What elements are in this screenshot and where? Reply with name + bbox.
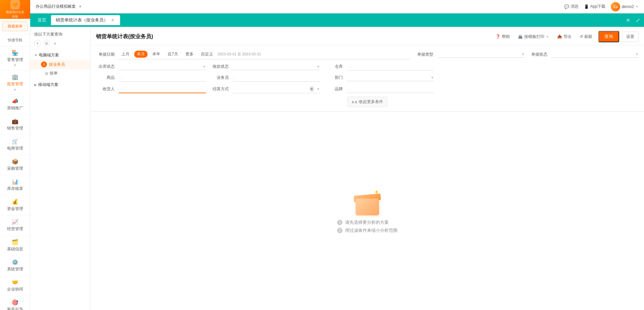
logo-icon: 🧡 bbox=[10, 0, 20, 9]
settings-label: 设置 bbox=[626, 34, 634, 40]
breadcrumb-dropdown-icon[interactable]: ▼ bbox=[78, 5, 82, 8]
search-menu-button[interactable]: 搜索菜单 bbox=[2, 21, 28, 31]
mobile-scheme-section: ▶ 移动端方案 bbox=[30, 79, 90, 91]
sidebar-item-newbie[interactable]: 🎯 新手引导 bbox=[0, 296, 30, 310]
sidebar-item-marketing[interactable]: 📣 营销推广 bbox=[0, 95, 30, 115]
sidebar-item-label-wholesale: 批发管理 bbox=[7, 81, 23, 87]
message-icon: 💬 bbox=[564, 4, 569, 9]
department-control: ▼ bbox=[347, 74, 434, 81]
refresh-button[interactable]: ↺ 刷新 bbox=[578, 33, 594, 41]
date-btn-this-month[interactable]: 本月 bbox=[134, 51, 148, 58]
box-star-icon: ✦ bbox=[374, 189, 379, 196]
messages-label: 消息 bbox=[571, 4, 579, 9]
print-icon: 🖨️ bbox=[518, 34, 523, 39]
date-btn-last-month[interactable]: 上月 bbox=[119, 51, 132, 58]
export-button[interactable]: 📤 导出 bbox=[555, 33, 574, 41]
settlement-dropdown-icon[interactable]: ▼ bbox=[317, 87, 320, 91]
mobile-scheme-parent[interactable]: ▶ 移动端方案 bbox=[30, 80, 90, 89]
help-button[interactable]: ❓ 帮助 bbox=[493, 33, 512, 41]
brand-value: … bbox=[347, 87, 434, 91]
left-panel-header: 按以下方案查询 bbox=[30, 30, 90, 39]
add-scheme-button[interactable]: + bbox=[34, 40, 41, 47]
sidebar-item-retail[interactable]: 🏪 零售管理 ▼ bbox=[0, 46, 30, 70]
out-status-label: 出库状态 bbox=[96, 64, 115, 69]
user-dropdown-icon: ▼ bbox=[635, 5, 639, 8]
desktop-scheme-section: ▼ 电脑端方案 人 按业务员 ⊞ 按单 bbox=[30, 49, 90, 79]
tab-close-icon[interactable]: ✕ bbox=[110, 17, 115, 23]
tab-close-all-icon[interactable]: ✕ bbox=[625, 16, 632, 25]
sidebar-item-wholesale[interactable]: 🏢 批发管理 ▲ bbox=[0, 70, 30, 95]
top-right-area: 💬 消息 📱 App下载 Ea demo2 ▼ bbox=[564, 2, 639, 11]
sidebar-item-inventory[interactable]: 📊 库存核算 bbox=[0, 175, 30, 195]
messages-button[interactable]: 💬 消息 bbox=[564, 4, 579, 9]
empty-state: ✦ 1 请先选择要分析的方案 2 用过滤条件来缩小分析范围 bbox=[91, 112, 644, 310]
settlement-clear-icon[interactable]: ✕ bbox=[310, 86, 314, 92]
left-panel: 按以下方案查询 + ⊙ « ▼ 电脑端方案 人 按业务员 ⊞ 按单 bbox=[30, 27, 91, 310]
receipt-status-dropdown-icon[interactable]: ▼ bbox=[317, 65, 320, 68]
sidebar-item-system[interactable]: ⚙️ 系统管理 bbox=[0, 256, 30, 276]
sidebar-item-label-marketing: 营销推广 bbox=[7, 105, 23, 111]
app-download-button[interactable]: 📱 App下载 bbox=[584, 4, 605, 9]
doc-type-label: 单据类型 bbox=[415, 52, 433, 57]
sidebar-item-finance[interactable]: 💰 资金管理 bbox=[0, 195, 30, 215]
retail-icon: 🏪 bbox=[12, 50, 18, 56]
doc-status-dropdown-icon[interactable]: ▼ bbox=[635, 52, 639, 56]
consignee-value: … bbox=[119, 87, 206, 91]
sidebar-item-ecommerce[interactable]: 🛒 电商管理 bbox=[0, 135, 30, 155]
warehouse-control: … bbox=[347, 63, 434, 70]
empty-tips: 1 请先选择要分析的方案 2 用过滤条件来缩小分析范围 bbox=[337, 219, 397, 234]
quick-nav-label[interactable]: 快捷导航 bbox=[2, 36, 28, 44]
salesperson-label: 业务员 bbox=[210, 75, 229, 81]
app-subtitle: 标版 bbox=[12, 14, 18, 19]
doc-type-dropdown-icon[interactable]: ▼ bbox=[521, 52, 525, 56]
out-status-dropdown-icon[interactable]: ▼ bbox=[203, 65, 206, 68]
empty-tip-1: 1 请先选择要分析的方案 bbox=[337, 219, 397, 225]
scheme-by-order[interactable]: ⊞ 按单 bbox=[30, 69, 90, 78]
tab-sales-report[interactable]: 销货单统计表（按业务员） ✕ bbox=[51, 15, 120, 25]
enterprise-icon: 🤝 bbox=[12, 279, 18, 286]
collapse-filters-button[interactable]: ∧∧ 收起更多条件 bbox=[347, 97, 387, 107]
date-btn-7days[interactable]: 近7天 bbox=[165, 51, 181, 58]
sidebar-item-label-inventory: 库存核算 bbox=[7, 186, 23, 192]
goods-label: 商品 bbox=[96, 75, 115, 81]
department-dropdown-icon[interactable]: ▼ bbox=[431, 76, 434, 80]
template-print-arrow: ▼ bbox=[546, 35, 549, 39]
sidebar-item-sales[interactable]: 💼 销售管理 bbox=[0, 115, 30, 135]
app-download-label: App下载 bbox=[590, 4, 605, 9]
quick-nav-area: 快捷导航 bbox=[0, 34, 30, 46]
tab-home[interactable]: 首页 bbox=[33, 15, 51, 25]
export-icon: 📤 bbox=[557, 34, 562, 39]
chevron-right-icon: ▼ bbox=[14, 64, 16, 67]
filter-row-4: 收货人 … 结算方式 ✕ ▼ 品牌 … bbox=[96, 85, 639, 93]
department-label: 部门 bbox=[324, 75, 343, 81]
sidebar-item-basic[interactable]: 🗂️ 基础信息 bbox=[0, 236, 30, 256]
desktop-scheme-parent[interactable]: ▼ 电脑端方案 bbox=[30, 51, 90, 60]
sidebar-item-purchase[interactable]: 📦 采购管理 bbox=[0, 155, 30, 175]
date-btn-custom[interactable]: 自定义 bbox=[198, 51, 216, 58]
filter-row-1: 单据日期 上月 本月 本年 近7天 更多 自定义 2023-03-01 至 20… bbox=[96, 49, 639, 59]
scheme-by-salesperson[interactable]: 人 按业务员 bbox=[30, 60, 90, 69]
avatar: Ea bbox=[611, 2, 620, 11]
tab-expand-icon[interactable]: ⤢ bbox=[634, 16, 641, 25]
date-btn-this-year[interactable]: 本年 bbox=[150, 51, 163, 58]
sidebar-nav: 🏪 零售管理 ▼ 🏢 批发管理 ▲ 📣 营销推广 💼 销售管理 🛒 电商管理 📦… bbox=[0, 46, 30, 310]
doc-status-control: ▼ bbox=[551, 51, 639, 58]
user-profile[interactable]: Ea demo2 ▼ bbox=[611, 2, 639, 11]
query-button[interactable]: 查询 bbox=[598, 31, 619, 42]
operations-icon: 📈 bbox=[12, 219, 18, 225]
warehouse-label: 仓库 bbox=[324, 64, 343, 69]
sidebar-item-operations[interactable]: 📈 经营管理 bbox=[0, 215, 30, 236]
basic-icon: 🗂️ bbox=[12, 239, 18, 245]
template-print-button[interactable]: 🖨️ 按模板打印 ▼ bbox=[516, 33, 551, 41]
app-logo[interactable]: 🧡 畅捷通好生意 标版 bbox=[0, 0, 30, 19]
sidebar-item-enterprise[interactable]: 🤝 企业协同 bbox=[0, 276, 30, 296]
salesperson-value: … bbox=[233, 75, 320, 80]
settings-button[interactable]: 设置 bbox=[622, 32, 639, 42]
settings-scheme-button[interactable]: ⊙ bbox=[43, 40, 50, 47]
date-btn-more[interactable]: 更多 bbox=[183, 51, 196, 58]
top-header: 办公用品行业模拟账套 ▼ 💬 消息 📱 App下载 Ea demo2 ▼ bbox=[30, 0, 644, 13]
settlement-label: 结算方式 bbox=[210, 86, 229, 92]
content-area: 按以下方案查询 + ⊙ « ▼ 电脑端方案 人 按业务员 ⊞ 按单 bbox=[30, 27, 644, 310]
collapse-panel-button[interactable]: « bbox=[52, 40, 58, 47]
wholesale-icon: 🏢 bbox=[12, 74, 18, 80]
